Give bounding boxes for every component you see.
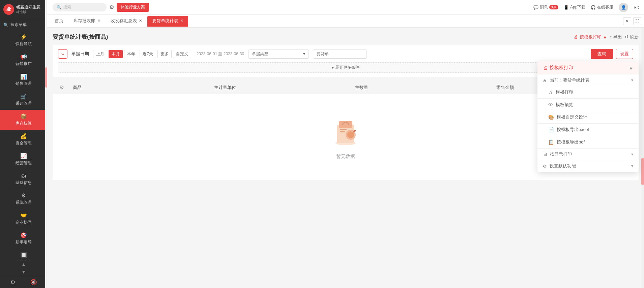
guide-icon: 🎯 <box>20 232 27 238</box>
right-scrollbar[interactable] <box>641 28 644 288</box>
dropdown-display-print-item[interactable]: 🖥 按显示打印 ▾ <box>537 149 639 160</box>
tabs-bar: 首页 库存批次账 ✕ 收发存汇总表 ✕ 要货单统计表 ✕ ✕ ⛶ <box>47 15 644 28</box>
sidebar-item-sales[interactable]: 📊 销售管理 <box>0 70 47 90</box>
app-download-icon: 📱 <box>564 5 569 10</box>
order-goods-input[interactable]: 要货单 <box>313 50 367 59</box>
empty-text: 暂无数据 <box>336 154 355 160</box>
column-settings-icon[interactable]: ⚙ <box>59 84 64 91</box>
tab-home[interactable]: 首页 <box>50 16 68 27</box>
user-avatar[interactable]: 👤 <box>619 3 628 12</box>
printer-icon2: 🖨 <box>543 65 548 70</box>
topbar-search-icon: 🔍 <box>57 5 62 10</box>
trial-button[interactable]: 体验行业方案 <box>117 3 149 12</box>
date-custom[interactable]: 自定义 <box>173 50 191 58</box>
app-download-item[interactable]: 📱 App下载 <box>564 4 585 10</box>
sidebar-item-guide[interactable]: 🎯 新手引导 <box>0 229 47 249</box>
export-icon: ↑ <box>610 34 612 39</box>
date-this-year[interactable]: 本年 <box>124 50 138 58</box>
dropdown-current-item[interactable]: 🖨 当前：要货单统计表 ▾ <box>537 74 639 86</box>
tabs-controls: ✕ ⛶ <box>623 17 641 25</box>
display-print-chevron: ▾ <box>631 152 633 157</box>
template-print-button[interactable]: 🖨 按模板打印 ▲ <box>574 34 607 40</box>
search-icon: 🔍 <box>3 23 8 27</box>
tab-close-button[interactable]: ✕ <box>623 17 631 25</box>
custom-design-icon: 🎨 <box>548 115 554 120</box>
dropdown-header: 🖨 按模板打印 ▲ <box>537 61 639 74</box>
empty-illustration <box>329 115 362 148</box>
excel-icon: 📄 <box>548 127 554 132</box>
topbar-right: 💬 消息 99+ 📱 App下载 🎧 在线客服 👤 Rit <box>533 3 639 12</box>
page-title: 要货单统计表(按商品) <box>53 33 108 41</box>
app-logo-icon: 业 <box>3 4 14 15</box>
filter-expand-button[interactable]: » <box>58 49 67 59</box>
dropdown-export-excel-item[interactable]: 📄 按模板导出excel <box>537 124 639 136</box>
close-order-stats-icon[interactable]: ✕ <box>180 19 183 23</box>
refresh-button[interactable]: ↺ 刷新 <box>625 34 639 40</box>
sidebar-item-basic[interactable]: 🗂 基础信息 <box>0 169 47 189</box>
sidebar-scroll-up[interactable]: ▲ <box>0 260 47 268</box>
sidebar-bottom: ⚙ 🔇 <box>0 276 47 288</box>
chevron-down-icon: ▾ <box>303 52 305 56</box>
sidebar-item-app-center[interactable]: 🔲 应用中心 <box>0 249 47 260</box>
messages-item[interactable]: 💬 消息 99+ <box>533 4 558 10</box>
sidebar-settings-icon[interactable]: ⚙ <box>10 279 15 285</box>
date-last-month[interactable]: 上月 <box>93 50 107 58</box>
date-more[interactable]: 更多 <box>157 50 172 58</box>
online-service-item[interactable]: 🎧 在线客服 <box>591 4 613 10</box>
close-receipt-summary-icon[interactable]: ✕ <box>139 19 142 23</box>
col-quantity: 主数量 <box>352 85 494 91</box>
dropdown-template-preview-item[interactable]: 👁 模板预览 <box>537 99 639 111</box>
date-7-days[interactable]: 近7天 <box>140 50 156 58</box>
page-content: 要货单统计表(按商品) 🖨 按模板打印 ▲ ↑ 导出 ↺ 刷新 <box>47 28 644 288</box>
col-settings[interactable]: ⚙ <box>57 84 70 91</box>
sidebar-item-marketing[interactable]: 📢 营销推广 <box>0 50 47 70</box>
tab-expand-button[interactable]: ⛶ <box>633 17 641 25</box>
sidebar-item-system[interactable]: ⚙ 系统管理 <box>0 189 47 209</box>
dropdown-template-print-item[interactable]: 🖨 模板打印 <box>537 86 639 98</box>
date-this-month[interactable]: 本月 <box>109 50 123 58</box>
tab-order-stats[interactable]: 要货单统计表 ✕ <box>147 16 188 27</box>
tab-inventory-batch[interactable]: 库存批次账 ✕ <box>69 16 105 27</box>
headset-icon: 🎧 <box>591 5 596 10</box>
sidebar-item-purchase[interactable]: 🛒 采购管理 <box>0 90 47 110</box>
order-type-select[interactable]: 单据类型 ▾ <box>248 50 309 59</box>
sidebar-scroll-down[interactable]: ▼ <box>0 268 47 276</box>
sidebar-mute-icon[interactable]: 🔇 <box>30 279 37 285</box>
query-button[interactable]: 查询 <box>591 49 613 59</box>
sidebar-item-inventory[interactable]: 📦 库存核算 <box>0 110 47 130</box>
tab-receipt-summary[interactable]: 收发存汇总表 ✕ <box>106 16 147 27</box>
marketing-icon: 📢 <box>20 54 27 60</box>
topbar-gear-icon[interactable]: ⚙ <box>109 4 114 10</box>
dropdown-template-preview-section: 👁 模板预览 <box>537 99 639 111</box>
dropdown-export-pdf-item[interactable]: 📋 按模板导出pdf <box>537 136 639 148</box>
dropdown-up-icon[interactable]: ▲ <box>628 65 633 70</box>
topbar-search[interactable]: 🔍 搜索 <box>53 3 107 11</box>
date-filter-label: 单据日期 <box>71 51 89 57</box>
system-icon: ⚙ <box>21 192 26 199</box>
dropdown-export-pdf-section: 📋 按模板导出pdf <box>537 136 639 149</box>
dropdown-default-func-item[interactable]: ⚙ 设置默认功能 ▾ <box>537 160 639 172</box>
sidebar-item-quick-nav[interactable]: ⚡ 快捷导航 <box>0 30 47 50</box>
sidebar-logo: 业 畅赢通好生意 标准版 <box>0 0 47 19</box>
sidebar-item-collab[interactable]: 🤝 企业协同 <box>0 209 47 229</box>
dropdown-export-excel-section: 📄 按模板导出excel <box>537 124 639 136</box>
sidebar-item-operation[interactable]: 📈 经营管理 <box>0 150 47 169</box>
close-inventory-batch-icon[interactable]: ✕ <box>97 19 100 23</box>
export-button[interactable]: ↑ 导出 <box>610 34 622 40</box>
settings-button[interactable]: 设置 <box>616 49 633 59</box>
finance-icon: 💰 <box>20 133 27 139</box>
dropdown-template-custom-section: 🎨 模板自定义设计 <box>537 111 639 124</box>
app-center-icon: 🔲 <box>20 252 27 258</box>
col-unit: 主计量单位 <box>211 85 353 91</box>
messages-icon: 💬 <box>533 5 538 10</box>
sidebar-item-finance[interactable]: 💰 资金管理 <box>0 130 47 150</box>
topbar-left: 🔍 搜索 ⚙ 体验行业方案 <box>53 3 529 12</box>
username: Rit <box>634 5 639 10</box>
print-item-icon: 🖨 <box>548 90 553 95</box>
collab-icon: 🤝 <box>20 212 27 219</box>
dropdown-template-custom-item[interactable]: 🎨 模板自定义设计 <box>537 111 639 123</box>
template-print-dropdown: 🖨 按模板打印 ▲ 🖨 当前：要货单统计表 ▾ <box>537 61 639 172</box>
dropdown-template-print-section: 🖨 模板打印 <box>537 86 639 99</box>
sidebar-search[interactable]: 🔍 搜索菜单 <box>0 19 47 30</box>
dropdown-header-actions: ▲ <box>628 65 633 70</box>
